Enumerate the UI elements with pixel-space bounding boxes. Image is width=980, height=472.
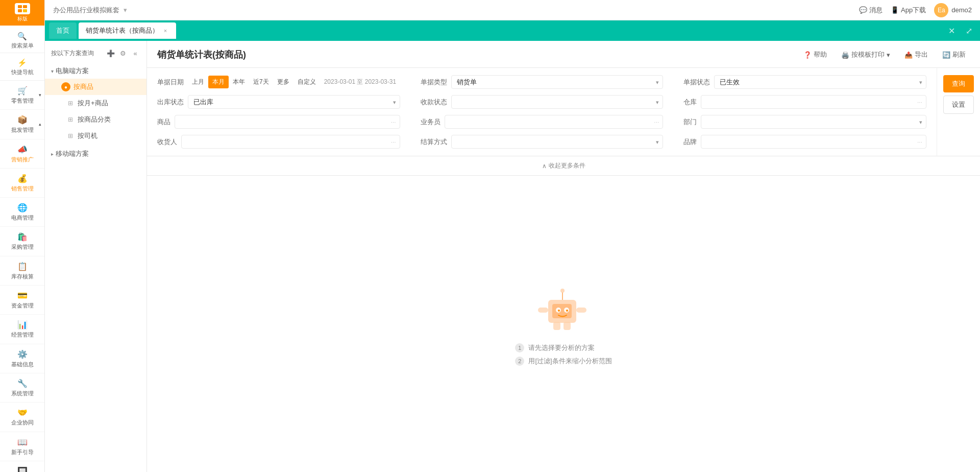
settlement-select[interactable] bbox=[451, 135, 664, 149]
sidebar-item-purchase[interactable]: 🛍️ 采购管理 bbox=[0, 227, 44, 256]
app-subtitle: 标版 bbox=[17, 15, 28, 22]
sidebar: 标版 🔍 搜索菜单 ⚡ 快捷导航 🛒 零售管理 ▾ 📦 批发管理 ▴ 📣 营销推… bbox=[0, 0, 45, 472]
tab-maximize-btn[interactable]: ⤢ bbox=[962, 23, 976, 38]
scheme-item-month-goods[interactable]: ⊞ 按月+商品 bbox=[45, 95, 146, 111]
app-download-btn[interactable]: 📱 App下载 bbox=[891, 6, 926, 15]
warehouse-status-select[interactable]: 已出库 bbox=[188, 95, 400, 109]
settings-scheme-btn[interactable]: ⚙ bbox=[118, 48, 128, 58]
help-btn[interactable]: ❓ 帮助 bbox=[799, 48, 831, 61]
salesman-input[interactable] bbox=[445, 115, 664, 129]
collapse-panel-btn[interactable]: « bbox=[130, 48, 140, 58]
step-num-2: 2 bbox=[515, 357, 524, 366]
sidebar-item-ecommerce[interactable]: 🌐 电商管理 bbox=[0, 198, 44, 227]
print-dropdown-icon[interactable]: ▾ bbox=[887, 51, 890, 59]
doc-status-select[interactable]: 已生效 bbox=[714, 75, 926, 89]
tab-close-btn[interactable]: × bbox=[162, 27, 169, 34]
avatar: Ea bbox=[934, 3, 948, 17]
sidebar-item-marketing[interactable]: 📣 营销推广 bbox=[0, 139, 44, 169]
query-btn[interactable]: 查询 bbox=[943, 75, 974, 92]
sidebar-item-wholesale[interactable]: 📦 批发管理 ▴ bbox=[0, 110, 44, 139]
ecommerce-icon: 🌐 bbox=[17, 203, 28, 213]
scheme-item-by-goods[interactable]: ● 按商品 bbox=[45, 79, 146, 95]
sidebar-menu: 🛒 零售管理 ▾ 📦 批发管理 ▴ 📣 营销推广 💰 销售管理 🌐 电商管理 🛍… bbox=[0, 81, 44, 472]
message-btn[interactable]: 💬 消息 bbox=[859, 6, 883, 15]
filter-goods: 商品 ··· bbox=[157, 115, 400, 129]
scheme-item-by-category[interactable]: ⊞ 按商品分类 bbox=[45, 111, 146, 128]
doc-type-select[interactable]: 销货单 bbox=[451, 75, 664, 89]
filter-doc-status: 单据状态 已生效 bbox=[683, 75, 926, 89]
tab-home[interactable]: 首页 bbox=[49, 22, 77, 39]
dropdown-icon[interactable]: ▾ bbox=[124, 6, 127, 14]
refresh-icon: 🔄 bbox=[942, 51, 950, 59]
svg-rect-14 bbox=[553, 322, 560, 330]
more-conditions-bar: ∧ 收起更多条件 bbox=[147, 156, 980, 176]
filter-date: 单据日期 上月 本月 本年 近7天 更多 自定义 20 bbox=[157, 76, 400, 88]
sidebar-item-guide[interactable]: 📖 新手引导 bbox=[0, 432, 44, 461]
scheme-group-pc: ▾ 电脑端方案 ● 按商品 ⊞ 按月+商品 ⊞ 按商品分类 ⊞ 按司机 bbox=[45, 62, 146, 145]
sidebar-item-operations[interactable]: 📊 经营管理 bbox=[0, 315, 44, 344]
date-btn-this-year[interactable]: 本年 bbox=[229, 76, 249, 88]
user-profile-btn[interactable]: Ea demo2 bbox=[934, 3, 972, 17]
settings-btn[interactable]: 设置 bbox=[943, 96, 974, 114]
add-scheme-btn[interactable]: ➕ bbox=[106, 48, 116, 58]
inventory-icon: 📋 bbox=[17, 262, 28, 271]
help-icon: ❓ bbox=[803, 51, 812, 59]
main-area: 办公用品行业模拟账套 ▾ 💬 消息 📱 App下载 Ea demo2 首页 bbox=[45, 0, 980, 472]
apps-icon: 🔲 bbox=[17, 466, 28, 472]
page-title-actions: ❓ 帮助 🖨️ 按模板打印 ▾ 📤 导出 🔄 刷新 bbox=[799, 48, 970, 61]
recipient-input[interactable] bbox=[181, 135, 400, 149]
date-btn-7days[interactable]: 近7天 bbox=[249, 76, 273, 88]
operations-icon: 📊 bbox=[17, 320, 28, 329]
date-btn-custom[interactable]: 自定义 bbox=[293, 76, 320, 88]
goods-input[interactable] bbox=[175, 115, 400, 129]
sidebar-item-basic[interactable]: ⚙️ 基础信息 bbox=[0, 344, 44, 373]
dept-select[interactable] bbox=[701, 115, 926, 129]
sidebar-item-finance[interactable]: 💳 资金管理 bbox=[0, 286, 44, 315]
sales-icon: 💰 bbox=[17, 174, 28, 183]
warehouse-input[interactable] bbox=[701, 95, 926, 109]
filter-panel: 单据日期 上月 本月 本年 近7天 更多 自定义 20 bbox=[147, 68, 980, 156]
date-btn-this-month[interactable]: 本月 bbox=[208, 76, 229, 88]
scheme-item-by-driver[interactable]: ⊞ 按司机 bbox=[45, 128, 146, 144]
scheme-group-mobile: ▸ 移动端方案 bbox=[45, 145, 146, 162]
sidebar-item-apps[interactable]: 🔲 应用中心 bbox=[0, 461, 44, 472]
industry-label: 办公用品行业模拟账套 bbox=[53, 6, 119, 15]
sidebar-item-sales[interactable]: 💰 销售管理 bbox=[0, 169, 44, 198]
scheme-type-icon: ● bbox=[61, 82, 70, 91]
content-area: 按以下方案查询 ➕ ⚙ « ▾ 电脑端方案 ● 按商品 ⊞ bbox=[45, 41, 980, 472]
breadcrumb: 办公用品行业模拟账套 ▾ bbox=[53, 6, 127, 15]
header-actions: 💬 消息 📱 App下载 Ea demo2 bbox=[859, 3, 972, 17]
collapse-icon: ∧ bbox=[542, 162, 547, 170]
refresh-btn[interactable]: 🔄 刷新 bbox=[938, 48, 970, 61]
brand-input[interactable] bbox=[701, 135, 926, 149]
app-logo: 标版 bbox=[0, 0, 45, 26]
sidebar-item-retail[interactable]: 🛒 零售管理 ▾ bbox=[0, 81, 44, 110]
filter-brand: 品牌 ··· bbox=[683, 135, 926, 149]
date-btn-last-month[interactable]: 上月 bbox=[188, 76, 208, 88]
scheme-group-pc-header[interactable]: ▾ 电脑端方案 bbox=[45, 63, 146, 79]
tab-sales-stats[interactable]: 销货单统计表（按商品） × bbox=[79, 22, 176, 39]
more-conditions-btn[interactable]: ∧ 收起更多条件 bbox=[536, 159, 592, 172]
date-btn-more[interactable]: 更多 bbox=[273, 76, 293, 88]
guide-icon: 📖 bbox=[17, 437, 28, 447]
search-menu-btn[interactable]: 🔍 搜索菜单 bbox=[0, 26, 44, 53]
sidebar-item-enterprise[interactable]: 🤝 企业协同 bbox=[0, 403, 44, 432]
tab-close-all-btn[interactable]: ✕ bbox=[944, 23, 959, 38]
svg-rect-2 bbox=[18, 9, 22, 12]
svg-rect-1 bbox=[23, 5, 27, 8]
sidebar-item-inventory[interactable]: 📋 库存核算 bbox=[0, 256, 44, 286]
left-panel-header: 按以下方案查询 ➕ ⚙ « bbox=[45, 46, 146, 62]
enterprise-icon: 🤝 bbox=[17, 408, 28, 417]
sidebar-item-system[interactable]: 🔧 系统管理 bbox=[0, 373, 44, 403]
payment-status-select[interactable] bbox=[451, 95, 664, 109]
svg-point-11 bbox=[560, 289, 565, 293]
marketing-icon: 📣 bbox=[17, 145, 28, 154]
scheme-group-mobile-header[interactable]: ▸ 移动端方案 bbox=[45, 146, 146, 161]
wholesale-icon: 📦 bbox=[17, 115, 28, 125]
print-btn[interactable]: 🖨️ 按模板打印 ▾ bbox=[837, 48, 894, 61]
step-num-1: 1 bbox=[515, 343, 524, 352]
export-btn[interactable]: 📤 导出 bbox=[900, 48, 932, 61]
page-title: 销货单统计表(按商品) bbox=[157, 49, 246, 61]
quick-nav-btn[interactable]: ⚡ 快捷导航 bbox=[0, 53, 44, 81]
svg-point-8 bbox=[558, 310, 560, 312]
